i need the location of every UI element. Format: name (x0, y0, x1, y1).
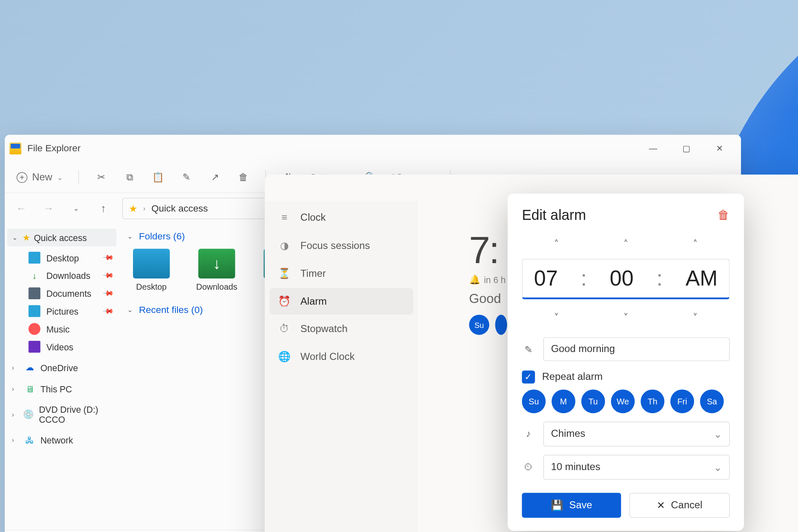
close-icon: ✕ (657, 499, 665, 512)
sound-dropdown[interactable]: Chimes⌄ (543, 421, 730, 446)
day-su[interactable]: Su (522, 389, 546, 413)
dialog-title: Edit alarm (522, 207, 586, 223)
star-icon: ★ (129, 203, 137, 214)
hour-value[interactable]: 07 (534, 266, 558, 291)
chevron-down-icon: ⌄ (127, 232, 134, 240)
sidebar-item-music[interactable]: Music (5, 320, 118, 338)
minute-down-button[interactable]: ˅ (599, 311, 653, 323)
snooze-dropdown[interactable]: 10 minutes⌄ (543, 455, 730, 480)
sidebar-item-downloads[interactable]: ↓Downloads📌 (5, 266, 118, 284)
minute-up-button[interactable]: ˄ (599, 238, 653, 249)
alarm-time: 7: (469, 228, 507, 272)
sidebar-item-desktop[interactable]: Desktop📌 (5, 249, 118, 267)
chevron-down-icon: ⌄ (12, 234, 19, 241)
focus-icon: ◑ (278, 239, 291, 252)
plus-icon: + (17, 172, 27, 183)
cut-icon[interactable]: ✂ (94, 171, 107, 184)
edit-icon: ✎ (522, 343, 535, 355)
bell-icon: 🔔 (469, 274, 480, 285)
sidebar-item-timer[interactable]: ⏳Timer (270, 260, 414, 287)
close-button[interactable]: ✕ (703, 135, 736, 162)
pin-icon: 📌 (102, 269, 114, 281)
sidebar-network[interactable]: ›🖧Network (5, 429, 118, 451)
timer-icon: ⏳ (278, 267, 291, 280)
pin-icon: 📌 (102, 305, 114, 317)
sidebar-item-documents[interactable]: Documents📌 (5, 284, 118, 302)
up-button[interactable]: ↑ (95, 202, 112, 214)
share-icon[interactable]: ↗ (208, 171, 221, 184)
star-icon: ★ (22, 232, 30, 243)
sidebar-item-worldclock[interactable]: 🌐World Clock (270, 343, 414, 370)
pin-icon: 📌 (102, 287, 114, 299)
file-explorer-titlebar[interactable]: File Explorer — ▢ ✕ (5, 135, 741, 162)
sidebar-onedrive[interactable]: ›☁OneDrive (5, 357, 118, 378)
globe-icon: 🌐 (278, 350, 291, 363)
days-row: Su M Tu We Th Fri Sa (522, 389, 730, 413)
stopwatch-icon: ⏱ (278, 323, 291, 335)
folders-label: Folders (6) (139, 231, 185, 242)
alarm-name-input[interactable] (543, 337, 730, 361)
day-tu[interactable]: Tu (581, 389, 605, 413)
alarm-icon: ⏰ (278, 295, 291, 308)
hour-down-button[interactable]: ˅ (530, 311, 584, 323)
sidebar-item-focus[interactable]: ◑Focus sessions (270, 232, 414, 259)
back-button[interactable]: ← (13, 202, 30, 214)
edit-alarm-dialog: Edit alarm 🗑 ˄˄˄ 07 : 00 : AM ˅˅˅ ✎ ✓ Re… (507, 194, 744, 531)
chevron-down-icon[interactable]: ⌄ (68, 204, 84, 212)
day-sa[interactable]: Sa (700, 389, 724, 413)
pin-icon: 📌 (102, 251, 114, 264)
delete-icon[interactable]: 🗑 (237, 171, 250, 184)
day-chip: Su (469, 315, 490, 335)
sidebar-item-pictures[interactable]: Pictures📌 (5, 302, 118, 320)
sidebar-this-pc[interactable]: ›🖥This PC (5, 378, 118, 399)
folder-desktop[interactable]: Desktop (127, 249, 176, 292)
rename-icon[interactable]: ✎ (180, 171, 193, 184)
day-chip (495, 315, 507, 335)
sidebar-quick-access[interactable]: ⌄ ★ Quick access (7, 229, 116, 246)
file-explorer-title: File Explorer (27, 143, 81, 154)
snooze-icon: ⏲ (522, 462, 535, 473)
sidebar-item-videos[interactable]: Videos (5, 338, 118, 356)
save-icon: 💾 (551, 499, 563, 512)
menu-icon[interactable]: ≡ (278, 212, 291, 224)
save-button[interactable]: 💾Save (522, 493, 621, 518)
forward-button[interactable]: → (40, 202, 57, 214)
chevron-down-icon: ⌄ (57, 173, 63, 181)
clock-app-name: ≡Clock (270, 205, 414, 231)
maximize-button[interactable]: ▢ (670, 135, 703, 162)
cancel-button[interactable]: ✕Cancel (629, 493, 729, 518)
repeat-label: Repeat alarm (542, 371, 603, 383)
delete-alarm-button[interactable]: 🗑 (718, 208, 730, 222)
alarm-card[interactable]: 7: 🔔in 6 h Good Su (469, 228, 507, 335)
ampm-value[interactable]: AM (685, 266, 717, 291)
chevron-down-icon: ⌄ (714, 428, 722, 440)
copy-icon[interactable]: ⧉ (123, 171, 136, 184)
sidebar-item-stopwatch[interactable]: ⏱Stopwatch (270, 316, 414, 342)
alarm-countdown: in 6 h (484, 275, 505, 285)
time-picker[interactable]: 07 : 00 : AM (522, 259, 730, 299)
minimize-button[interactable]: — (636, 135, 670, 162)
ampm-down-button[interactable]: ˅ (668, 311, 722, 323)
day-mo[interactable]: M (552, 389, 575, 413)
new-label: New (32, 171, 52, 183)
day-th[interactable]: Th (640, 389, 664, 413)
sidebar-item-alarm[interactable]: ⏰Alarm (270, 288, 414, 315)
sound-icon: ♪ (522, 429, 535, 439)
minute-value[interactable]: 00 (610, 266, 633, 291)
quick-access-label: Quick access (34, 232, 86, 242)
file-explorer-icon (10, 143, 22, 155)
day-fr[interactable]: Fri (670, 389, 694, 413)
alarm-name: Good (469, 291, 507, 306)
day-we[interactable]: We (611, 389, 635, 413)
sidebar-dvd[interactable]: ›💿DVD Drive (D:) CCCO (5, 399, 118, 429)
repeat-checkbox[interactable]: ✓ (522, 370, 535, 383)
new-button[interactable]: + New ⌄ (17, 171, 63, 183)
folder-downloads[interactable]: Downloads (192, 249, 241, 292)
clock-sidebar: ≡Clock ◑Focus sessions ⏳Timer ⏰Alarm ⏱St… (265, 201, 418, 532)
ampm-up-button[interactable]: ˄ (668, 238, 722, 249)
chevron-down-icon: ⌄ (714, 461, 722, 473)
paste-icon[interactable]: 📋 (151, 171, 164, 184)
chevron-down-icon: ⌄ (127, 306, 134, 314)
file-explorer-sidebar: ⌄ ★ Quick access Desktop📌 ↓Downloads📌 Do… (5, 224, 118, 530)
hour-up-button[interactable]: ˄ (530, 238, 584, 249)
